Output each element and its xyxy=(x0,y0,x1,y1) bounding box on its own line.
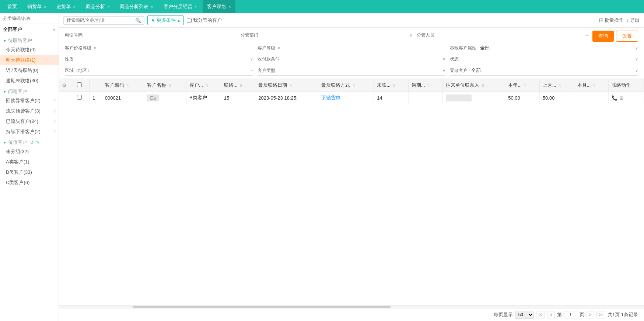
page-last-btn[interactable]: >| xyxy=(596,311,605,318)
sidebar-item-a-class[interactable]: A类客户(1) xyxy=(0,157,59,167)
sidebar-value-group: ▼ 价值客户 ↺ ✎ xyxy=(0,137,59,146)
nav-customer-contact-close[interactable]: × xyxy=(228,4,231,9)
help-icon-declining: ? xyxy=(53,130,56,134)
col-unit-contact[interactable]: 往来单位联系人 ⇅ xyxy=(443,79,505,92)
col-type[interactable]: 客户... ⇅ xyxy=(186,79,221,92)
page-number-input[interactable] xyxy=(564,311,577,318)
select-all-checkbox[interactable] xyxy=(77,82,82,87)
action-phone-icon[interactable]: 📞 xyxy=(612,95,617,101)
nav-purchase-order-close[interactable]: × xyxy=(73,4,75,9)
query-button[interactable]: 查询 xyxy=(592,31,614,42)
col-not-contacted[interactable]: 未联... ⇅ xyxy=(374,79,409,92)
nav-product-analysis-list[interactable]: 商品分析列表 × xyxy=(115,0,157,13)
page-first-btn[interactable]: |< xyxy=(536,311,545,318)
settings-button[interactable]: 设置 xyxy=(616,31,638,42)
content-area: 🔍 ▼ 更多条件 ▲ 我分管的客户 ☑ 批量操作 ↑ 导出 xyxy=(59,13,644,321)
nav-purchase-order[interactable]: 进货单 × xyxy=(52,0,80,13)
page-size-select[interactable]: 50 100 200 xyxy=(515,311,534,319)
code-sort-icon: ⇅ xyxy=(126,83,129,87)
nav-product-analysis[interactable]: 商品分析 × xyxy=(81,0,114,13)
col-index xyxy=(90,79,102,92)
col-overdue[interactable]: 逾期... ⇅ xyxy=(408,79,443,92)
unit-contact-sort-icon: ⇅ xyxy=(482,83,484,87)
last-date-sort-icon: ⇅ xyxy=(289,83,292,87)
filter-icon: ▼ xyxy=(151,18,155,23)
filter-search-icon[interactable]: 🔍 xyxy=(135,18,141,23)
row-gear xyxy=(59,92,74,104)
nav-customer-contact[interactable]: 客户联络 × xyxy=(203,0,235,13)
filter-phone: 电话号码 xyxy=(65,32,236,40)
nav-customer-tiering[interactable]: 客户分层经营 × xyxy=(159,0,201,13)
sidebar-item-week-pending[interactable]: 近7天待联络(0) xyxy=(0,65,59,76)
nav-product-analysis-close[interactable]: × xyxy=(107,4,109,9)
nav-customer-tiering-close[interactable]: × xyxy=(195,4,197,9)
sidebar-all-customers[interactable]: 全部客户 « xyxy=(0,24,59,35)
filter-phone-input[interactable] xyxy=(85,33,236,38)
filter-row-1: 电话号码 分管部门 ∨ 分管人员 ··· 查询 设置 xyxy=(65,31,638,42)
col-checkbox xyxy=(74,79,90,92)
sidebar-item-churned[interactable]: 已流失客户(24) ? xyxy=(0,116,59,127)
sidebar-collapse-icon: « xyxy=(53,27,56,32)
sidebar-item-overdue-pending[interactable]: 逾期未联络(30) xyxy=(0,76,59,86)
export-button[interactable]: ↑ 导出 xyxy=(627,17,640,24)
sidebar-item-declining[interactable]: 持续下滑客户(2) ? xyxy=(0,127,59,137)
row-not-contacted: 14 xyxy=(374,92,409,104)
nav-home[interactable]: 首页 xyxy=(3,0,21,13)
filter-manager-input[interactable] xyxy=(437,33,582,38)
row-name: Ea xyxy=(144,92,186,104)
sidebar-item-today-pending[interactable]: 今天待联络(0) xyxy=(0,45,59,55)
last-method-link[interactable]: 下销货单 xyxy=(321,95,340,100)
sidebar-search-input[interactable] xyxy=(3,16,58,21)
scrollbar-thumb[interactable] xyxy=(133,306,391,308)
manager-more-icon[interactable]: ··· xyxy=(585,33,588,38)
batch-ops-button[interactable]: ☑ 批量操作 xyxy=(599,17,624,24)
value-group-edit[interactable]: ✎ xyxy=(36,140,40,145)
col-name[interactable]: 客户名称 ⇅ xyxy=(144,79,186,92)
filter-my-customers[interactable]: 我分管的客户 xyxy=(187,17,222,24)
nav-sales-order-close[interactable]: × xyxy=(44,4,46,9)
col-this-month[interactable]: 本月... ⇅ xyxy=(574,79,609,92)
horizontal-scrollbar[interactable] xyxy=(59,305,644,308)
sidebar-item-repurchase-abnormal[interactable]: 回购异常客户(2) ? xyxy=(0,96,59,106)
customers-table: ⚙ 客户编码 ⇅ 客户名称 ⇅ 客户... ⇅ xyxy=(59,79,644,104)
price-level-dropdown-icon: ∨ xyxy=(94,46,97,51)
nav-product-analysis-list-close[interactable]: × xyxy=(151,4,153,9)
filter-search-input[interactable] xyxy=(67,18,134,23)
filter-more-conditions[interactable]: ▼ 更多条件 ▲ xyxy=(147,15,184,25)
export-icon: ↑ xyxy=(627,18,629,23)
row-last-month: 50.00 xyxy=(539,92,574,104)
last-month-sort-icon: ⇅ xyxy=(558,83,561,87)
value-group-arrow: ▼ xyxy=(3,141,7,145)
row-contact: 15 xyxy=(221,92,255,104)
top-navigation: 首页 销货单 × 进货单 × 商品分析 × 商品分析列表 × 客户分层经营 × … xyxy=(0,0,644,13)
region-more-icon[interactable]: ··· xyxy=(250,68,253,73)
customer-type-dropdown-icon: ∨ xyxy=(442,68,445,73)
page-next-btn[interactable]: > xyxy=(587,311,594,318)
sidebar: 🔍 全部客户 « ▼ 待联络客户 今天待联络(0) 明天待联络(1) 近7天待联… xyxy=(0,13,59,321)
row-select-checkbox[interactable] xyxy=(77,95,82,100)
gear-icon[interactable]: ⚙ xyxy=(62,82,67,88)
action-grid-icon[interactable]: ⊞ xyxy=(620,95,624,101)
sidebar-item-b-class[interactable]: B类客户(33) xyxy=(0,167,59,177)
nav-sales-order[interactable]: 销货单 × xyxy=(23,0,50,13)
col-code[interactable]: 客户编码 ⇅ xyxy=(102,79,144,92)
sidebar-item-tomorrow-pending[interactable]: 明天待联络(1) xyxy=(0,55,59,65)
col-last-month[interactable]: 上月... ⇅ xyxy=(539,79,574,92)
col-last-date[interactable]: 最后联络日期 ⇅ xyxy=(255,79,318,92)
row-action: 📞 ⊞ xyxy=(609,92,644,104)
value-group-refresh[interactable]: ↺ xyxy=(30,140,34,145)
my-customers-checkbox[interactable] xyxy=(187,18,192,23)
col-contact[interactable]: 联络... ⇅ xyxy=(221,79,255,92)
filter-row-2: 客户价格等级 ∨ 客户等级 ∨ 零散客户属性 全部 ∨ xyxy=(65,45,638,53)
col-this-year[interactable]: 本年... ⇅ xyxy=(505,79,540,92)
table-row: 1 000021 Ea B类客户 15 2023-05-23 18:25: 下销… xyxy=(59,92,644,104)
sidebar-item-c-class[interactable]: C类客户(6) xyxy=(0,177,59,188)
table-footer: 每页显示 50 100 200 |< < 第 页 > >| 共1页 1条记录 xyxy=(59,308,644,321)
sidebar-item-churn-warning[interactable]: 流失预警客户(3) ? xyxy=(0,106,59,116)
filter-dept-input[interactable] xyxy=(260,33,407,38)
this-year-sort-icon: ⇅ xyxy=(524,83,527,87)
page-prev-btn[interactable]: < xyxy=(547,311,555,318)
sidebar-item-ungrouped[interactable]: 未分组(32) xyxy=(0,146,59,157)
sidebar-problem-group: ▼ 问题客户 xyxy=(0,86,59,96)
col-last-method[interactable]: 最后联络方式 ⇅ xyxy=(318,79,374,92)
